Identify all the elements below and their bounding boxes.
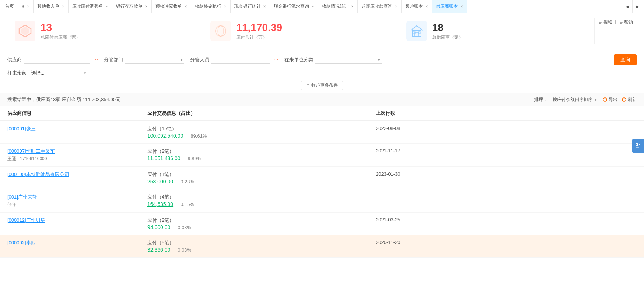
help-link[interactable]: ⊙ 帮助 xyxy=(619,19,633,25)
table-row: [000001]张三 应付（15笔） 100,092,540.00 89.61%… xyxy=(0,121,644,144)
supplier-filter-dots[interactable]: ··· xyxy=(93,56,98,63)
nav-tab-prepay-close[interactable]: ✕ xyxy=(184,4,187,8)
total-suppliers-label: 总供应商（家） xyxy=(432,34,463,41)
col-header-supplier: 供应商信息 xyxy=(7,110,147,117)
query-button[interactable]: 查询 xyxy=(614,54,637,65)
transaction-col-3: 应付（1笔） 258,000.00 0.23% xyxy=(147,171,376,185)
trans-amount-1[interactable]: 100,092,540.00 xyxy=(147,133,183,139)
nav-tab-other-income-close[interactable]: ✕ xyxy=(62,4,64,8)
balance-filter-select[interactable]: 选择... xyxy=(29,69,88,77)
refresh-label: 刷新 xyxy=(628,97,637,103)
trans-amount-2[interactable]: 11,051,486.00 xyxy=(147,155,181,161)
grain-icon xyxy=(210,21,231,41)
nav-tab-home[interactable]: 首页 xyxy=(1,0,18,13)
summary-card-total-suppliers: 18 总供应商（家） xyxy=(399,18,595,44)
trans-amount-5[interactable]: 94,600.00 xyxy=(147,224,170,230)
nav-tab-overdue-close[interactable]: ✕ xyxy=(395,4,398,8)
export-button[interactable]: 导出 xyxy=(603,97,617,103)
nav-tab-ap-adjust[interactable]: 应收应付调整单 ✕ xyxy=(69,0,112,13)
supplier-contact-4: 仔仔 xyxy=(7,201,147,208)
nav-tab-cash-bank-flow-label: 现金银行流水查询 xyxy=(274,3,309,10)
ai-button[interactable]: Ai xyxy=(632,139,644,153)
balance-filter-label: 往来余额 xyxy=(7,70,27,76)
total-ap-amount-num: 11,170.39 xyxy=(236,21,282,34)
summary-card-suppliers: 13 总应付供应商（家） xyxy=(7,18,203,44)
trans-row-6: 32,366.00 0.03% xyxy=(147,247,376,253)
nav-tab-overdue-label: 超期应收款查询 xyxy=(361,3,392,10)
supplier-link-2[interactable]: [000007]恒旺二手叉车 xyxy=(7,148,55,154)
nav-prev-arrow[interactable]: ◀ xyxy=(622,0,632,13)
supplier-link-6[interactable]: [000002]李四 xyxy=(7,240,36,245)
filter-supplier: 供应商 ··· xyxy=(7,56,98,64)
trans-label-1: 应付（15笔） xyxy=(147,125,376,132)
nav-tab-3[interactable]: 3 ✕ xyxy=(18,0,34,13)
refresh-button[interactable]: 刷新 xyxy=(622,97,637,103)
nav-tab-receipt-exec[interactable]: 收款核销执行 ✕ xyxy=(191,0,231,13)
trans-amount-6[interactable]: 32,366.00 xyxy=(147,247,170,253)
supplier-filter-input[interactable] xyxy=(24,56,90,64)
nav-tab-supplier-account-label: 供应商账本 xyxy=(436,3,458,10)
nav-tab-bank-deposit[interactable]: 银行存取款单 ✕ xyxy=(112,0,152,13)
nav-tab-cash-bank-stat[interactable]: 现金银行统计 ✕ xyxy=(231,0,270,13)
nav-tab-cash-bank-flow-close[interactable]: ✕ xyxy=(311,4,314,8)
table-row: [000002]李四 应付（5笔） 32,366.00 0.03% 2020-1… xyxy=(0,235,644,258)
total-suppliers-num: 18 xyxy=(432,21,463,34)
dept-filter-select[interactable] xyxy=(125,56,184,64)
person-filter-input[interactable] xyxy=(211,56,270,64)
transaction-info-5: 应付（2笔） 94,600.00 0.08% xyxy=(147,217,376,230)
nav-tab-customer-close[interactable]: ✕ xyxy=(425,4,428,8)
summary-info-total: 18 总供应商（家） xyxy=(432,21,463,41)
table-header: 供应商信息 应付交易信息（占比） 上次付数 xyxy=(0,106,644,121)
category-filter-select[interactable] xyxy=(315,56,382,64)
supplier-link-4[interactable]: [001]广州荣轩 xyxy=(7,194,37,200)
nav-tab-cash-bank-flow[interactable]: 现金银行流水查询 ✕ xyxy=(270,0,318,13)
supplier-contact-2: 王通 17106110000 xyxy=(7,156,147,162)
supplier-link-1[interactable]: [000001]张三 xyxy=(7,126,36,131)
nav-tab-supplier-account[interactable]: 供应商账本 ✕ xyxy=(432,0,467,13)
filter-area: 供应商 ··· 分管部门 分管人员 ··· 往来单位分类 xyxy=(0,49,644,93)
filter-row-1: 供应商 ··· 分管部门 分管人员 ··· 往来单位分类 xyxy=(7,54,637,65)
filter-person: 分管人员 ··· xyxy=(190,56,278,64)
col-header-transaction: 应付交易信息（占比） xyxy=(147,110,376,117)
supplier-link-3[interactable]: [000100]本特勤油品有限公司 xyxy=(7,172,69,177)
nav-tab-receipt-exec-close[interactable]: ✕ xyxy=(224,4,227,8)
sort-select[interactable]: 按应付余额倒序排序 xyxy=(553,97,598,102)
trans-row-3: 258,000.00 0.23% xyxy=(147,179,376,185)
transaction-col-4: 应付（4笔） 164,635.90 0.15% xyxy=(147,194,376,207)
nav-tab-bank-deposit-close[interactable]: ✕ xyxy=(145,4,148,8)
nav-tab-collection-stat[interactable]: 收款情况统计 ✕ xyxy=(318,0,358,13)
filter-category: 往来单位分类 xyxy=(284,56,382,64)
nav-tab-supplier-account-close[interactable]: ✕ xyxy=(460,4,463,8)
nav-tab-prepay[interactable]: 预收冲应收单 ✕ xyxy=(152,0,191,13)
collapse-button[interactable]: ⌃ 收起更多条件 xyxy=(301,81,343,90)
trans-amount-4[interactable]: 164,635.90 xyxy=(147,201,173,207)
filter-balance: 往来余额 选择... xyxy=(7,69,88,77)
supplier-col-5: [000012]广州贝瑞 xyxy=(7,217,147,224)
person-filter-dots[interactable]: ··· xyxy=(273,56,278,63)
filter-row-2: 往来余额 选择... xyxy=(7,69,637,77)
nav-next-arrow[interactable]: ▶ xyxy=(632,0,643,13)
total-ap-amount-label: 应付合计（万） xyxy=(236,34,282,41)
lastpay-col-3: 2023-01-30 xyxy=(376,171,637,177)
supplier-col-3: [000100]本特勤油品有限公司 xyxy=(7,171,147,178)
trans-amount-3[interactable]: 258,000.00 xyxy=(147,179,173,185)
nav-tab-receipt-exec-label: 收款核销执行 xyxy=(195,3,221,10)
nav-tab-cash-bank-stat-label: 现金银行统计 xyxy=(234,3,261,10)
total-payable-suppliers-num: 13 xyxy=(41,21,80,34)
nav-tab-overdue[interactable]: 超期应收款查询 ✕ xyxy=(358,0,402,13)
nav-tab-customer[interactable]: 客户账本 ✕ xyxy=(402,0,432,13)
nav-tab-collection-stat-close[interactable]: ✕ xyxy=(351,4,354,8)
transaction-info-3: 应付（1笔） 258,000.00 0.23% xyxy=(147,171,376,185)
video-link[interactable]: ⊙ 视频 xyxy=(598,19,612,25)
table-row: [000100]本特勤油品有限公司 应付（1笔） 258,000.00 0.23… xyxy=(0,167,644,189)
nav-tab-cash-bank-stat-close[interactable]: ✕ xyxy=(263,4,266,8)
summary-card-amount: 11,170.39 应付合计（万） xyxy=(203,18,399,44)
trans-row-5: 94,600.00 0.08% xyxy=(147,224,376,230)
nav-tab-ap-adjust-close[interactable]: ✕ xyxy=(105,4,108,8)
nav-tab-other-income[interactable]: 其他收入单 ✕ xyxy=(34,0,69,13)
store-icon xyxy=(406,21,427,41)
top-nav: 首页 3 ✕ 其他收入单 ✕ 应收应付调整单 ✕ 银行存取款单 ✕ 预收冲应收单… xyxy=(0,0,644,13)
nav-tab-3-close[interactable]: ✕ xyxy=(27,4,29,8)
trans-percent-2: 9.89% xyxy=(188,156,202,161)
supplier-link-5[interactable]: [000012]广州贝瑞 xyxy=(7,217,45,223)
